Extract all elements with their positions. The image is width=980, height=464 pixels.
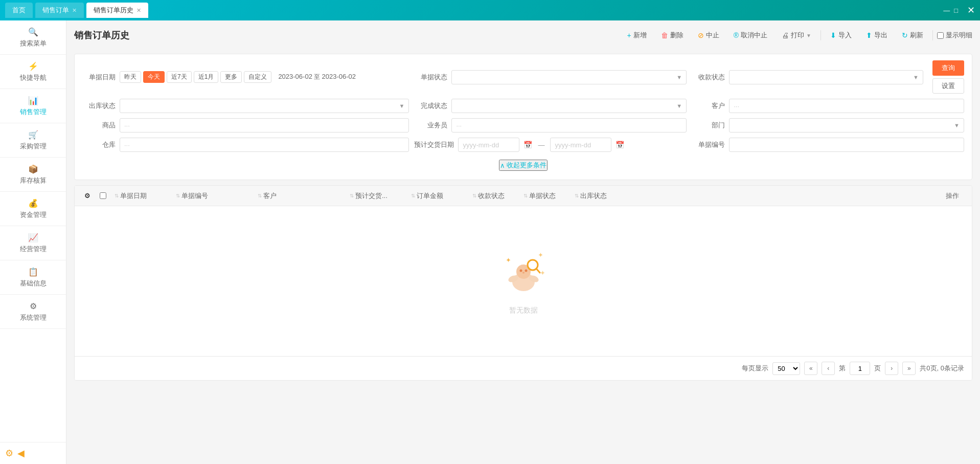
th-amount[interactable]: ⇅ 订单金额 [407, 191, 468, 201]
doc-date-label: 单据日期 [82, 73, 116, 82]
th-doc-no[interactable]: ⇅ 单据编号 [172, 191, 254, 201]
salesman-input[interactable]: ··· [451, 118, 687, 132]
toolbar: + 新增 🗑 删除 ⊘ 中止 ® 取消中止 🖨 打印 [622, 28, 972, 42]
svg-text:✦: ✦ [538, 251, 543, 259]
date-btn-7days[interactable]: 近7天 [167, 71, 192, 83]
quick-nav-icon: ⚡ [28, 61, 38, 71]
import-btn[interactable]: ⬇ 导入 [825, 28, 857, 42]
date-btn-yesterday[interactable]: 昨天 [120, 71, 141, 83]
sidebar-item-purchase-mgmt[interactable]: 🛒 采购管理 [0, 123, 66, 158]
tab-home[interactable]: 首页 [5, 3, 33, 18]
th-checkbox[interactable] [95, 192, 110, 199]
th-doc-status[interactable]: ⇅ 单据状态 [519, 191, 571, 201]
sidebar-item-operation[interactable]: 📈 经营管理 [0, 226, 66, 260]
th-customer-label: 客户 [263, 191, 277, 201]
display-detail-checkbox[interactable] [937, 32, 944, 39]
per-page-select[interactable]: 10 20 50 100 [772, 362, 800, 375]
maximize-btn[interactable]: □ [954, 7, 958, 14]
filter-row-3: 商品 ··· 业务员 ··· 部门 ▼ [82, 118, 964, 132]
first-page-btn[interactable]: « [804, 362, 817, 375]
collapse-row: ∧ 收起更多条件 [82, 157, 964, 173]
sidebar-item-quick-nav[interactable]: ⚡ 快捷导航 [0, 55, 66, 89]
tab-home-label: 首页 [12, 6, 26, 15]
date-btn-more[interactable]: 更多 [220, 71, 242, 83]
sort-icon-delivery: ⇅ [350, 193, 354, 198]
th-receipt[interactable]: ⇅ 收款状态 [468, 191, 519, 201]
doc-status-label: 单据状态 [414, 73, 447, 82]
customer-input[interactable]: ··· [729, 99, 964, 113]
tab-sales-order-history[interactable]: 销售订单历史 ✕ [86, 3, 148, 18]
sys-mgmt-icon: ⚙ [28, 301, 38, 311]
receipt-status-select[interactable]: ▼ [729, 70, 923, 84]
doc-status-select[interactable]: ▼ [451, 70, 687, 84]
customer-ellipsis: ··· [734, 102, 739, 110]
th-out-status[interactable]: ⇅ 出库状态 [571, 191, 632, 201]
th-out-status-label: 出库状态 [580, 191, 607, 201]
window-close-btn[interactable]: ✕ [967, 5, 975, 16]
refresh-btn-label: 刷新 [910, 31, 923, 40]
tab-sales-order-close[interactable]: ✕ [72, 7, 77, 14]
dept-arrow-icon: ▼ [954, 122, 960, 128]
dept-select[interactable]: ▼ [729, 118, 964, 132]
cancel-stop-btn[interactable]: ® 取消中止 [728, 28, 772, 42]
date-btn-1month[interactable]: 近1月 [194, 71, 219, 83]
warehouse-input[interactable]: ··· [120, 138, 409, 152]
sidebar-item-sys-mgmt[interactable]: ⚙ 系统管理 [0, 295, 66, 329]
settings-gear-icon[interactable]: ⚙ [84, 192, 90, 200]
prev-page-btn[interactable]: ‹ [822, 362, 835, 375]
tab-sales-order-label: 销售订单 [42, 6, 69, 15]
refresh-btn[interactable]: ↻ 刷新 [897, 28, 928, 42]
th-settings[interactable]: ⚙ [80, 192, 95, 200]
delivery-date-from-input[interactable]: yyyy-mm-dd [458, 138, 519, 152]
out-status-select[interactable]: ▼ [120, 99, 409, 113]
print-btn[interactable]: 🖨 打印 ▼ [777, 28, 816, 42]
export-btn[interactable]: ⬆ 导出 [861, 28, 893, 42]
th-operate: 操作 [632, 191, 967, 201]
delete-btn[interactable]: 🗑 删除 [656, 28, 689, 42]
tab-sales-order[interactable]: 销售订单 ✕ [35, 3, 84, 18]
stop-btn-label: 中止 [706, 31, 719, 40]
sidebar-item-sales-mgmt[interactable]: 📊 销售管理 [0, 89, 66, 123]
last-page-btn[interactable]: » [902, 362, 916, 375]
window-controls: — □ ✕ [943, 5, 975, 16]
sidebar-item-base-info[interactable]: 📋 基础信息 [0, 260, 66, 295]
th-customer[interactable]: ⇅ 客户 [254, 191, 346, 201]
th-delivery[interactable]: ⇅ 预计交货... [346, 191, 407, 201]
tab-sales-order-history-close[interactable]: ✕ [136, 7, 141, 14]
date-btn-custom[interactable]: 自定义 [244, 71, 271, 83]
page-number-input[interactable] [850, 362, 870, 375]
th-date[interactable]: ⇅ 单据日期 [110, 191, 172, 201]
sidebar-settings-icon[interactable]: ⚙ [5, 448, 13, 459]
customer-label: 客户 [692, 101, 725, 111]
sidebar-item-inventory[interactable]: 📦 库存核算 [0, 158, 66, 192]
svg-text:✦: ✦ [506, 256, 511, 264]
stop-btn[interactable]: ⊘ 中止 [693, 28, 724, 42]
settings-config-btn[interactable]: 设置 [932, 78, 964, 94]
collapse-btn[interactable]: ∧ 收起更多条件 [499, 160, 548, 171]
sidebar-toggle-icon[interactable]: ◀ [17, 448, 25, 459]
delivery-from-calendar-icon[interactable]: 📅 [523, 141, 532, 149]
doc-no-input[interactable] [729, 138, 964, 152]
new-btn[interactable]: + 新增 [622, 28, 652, 42]
th-receipt-label: 收款状态 [478, 191, 505, 201]
next-page-btn[interactable]: › [885, 362, 898, 375]
select-all-checkbox[interactable] [100, 192, 106, 199]
page-title: 销售订单历史 [74, 29, 129, 41]
delete-icon: 🗑 [661, 31, 668, 39]
display-detail-checkbox-label[interactable]: 显示明细 [937, 31, 972, 40]
import-btn-label: 导入 [838, 31, 852, 40]
complete-status-select[interactable]: ▼ [451, 99, 687, 113]
sidebar-item-search-menu[interactable]: 🔍 搜索菜单 [0, 20, 66, 55]
sidebar-item-sales-mgmt-label: 销售管理 [20, 107, 47, 117]
main-layout: 🔍 搜索菜单 ⚡ 快捷导航 📊 销售管理 🛒 采购管理 📦 库存核算 💰 资金管… [0, 20, 980, 464]
goods-input[interactable]: ··· [120, 118, 409, 132]
print-btn-label: 打印 [791, 31, 804, 40]
delivery-date-to-input[interactable]: yyyy-mm-dd [550, 138, 611, 152]
sidebar-item-finance[interactable]: 💰 资金管理 [0, 192, 66, 226]
delivery-to-calendar-icon[interactable]: 📅 [616, 141, 624, 149]
out-status-arrow-icon: ▼ [399, 103, 404, 109]
query-btn[interactable]: 查询 [932, 60, 964, 76]
toolbar-divider-1 [821, 30, 821, 40]
minimize-btn[interactable]: — [943, 7, 950, 14]
date-btn-today[interactable]: 今天 [143, 71, 165, 83]
